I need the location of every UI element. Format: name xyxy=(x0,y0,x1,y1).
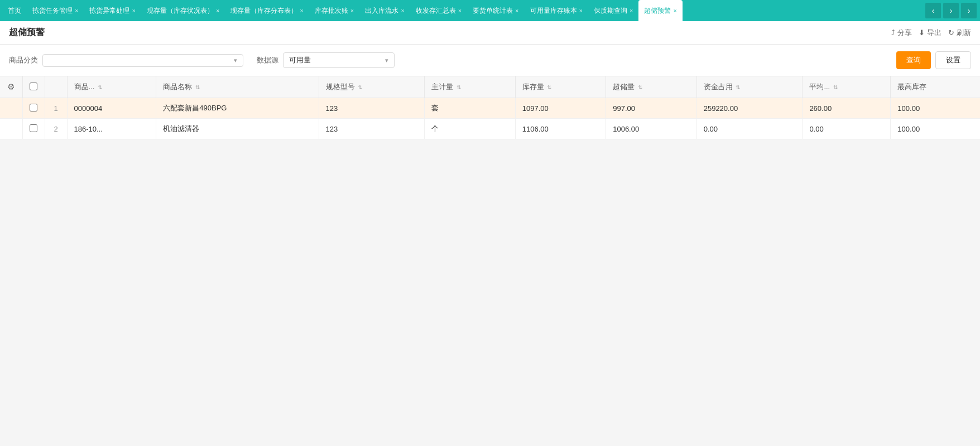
close-icon[interactable]: × xyxy=(132,7,135,14)
nav-menu-button[interactable]: › xyxy=(961,3,977,18)
close-icon[interactable]: × xyxy=(300,7,303,14)
nav-prev-button[interactable]: ‹ xyxy=(925,3,941,18)
th-avg[interactable]: 平均... ⇅ xyxy=(803,76,891,98)
close-icon[interactable]: × xyxy=(216,7,219,14)
row-spec: 123 xyxy=(319,119,425,139)
sort-icon: ⇅ xyxy=(195,84,200,90)
row-max-stock: 100.00 xyxy=(891,119,980,139)
category-label: 商品分类 xyxy=(9,55,38,65)
nav-stock-batch[interactable]: 库存批次账 × xyxy=(309,0,359,21)
row-avg: 260.00 xyxy=(803,98,891,119)
row-max-stock: 100.00 xyxy=(891,98,980,119)
table-row: 2 186-10... 机油滤清器 123 个 1106.00 1006.00 … xyxy=(0,119,980,139)
th-max-stock-label: 最高库存 xyxy=(897,83,926,91)
close-icon[interactable]: × xyxy=(515,7,518,14)
export-icon: ⬇ xyxy=(919,28,925,37)
th-product-name[interactable]: 商品名称 ⇅ xyxy=(156,76,319,98)
table-header-row: ⚙ 商品... ⇅ 商品名称 ⇅ 规格型号 ⇅ xyxy=(0,76,980,98)
th-spec[interactable]: 规格型号 ⇅ xyxy=(319,76,425,98)
nav-quality-check[interactable]: 保质期查询 × xyxy=(588,0,638,21)
page-title: 超储预警 xyxy=(9,27,45,38)
th-settings[interactable]: ⚙ xyxy=(0,76,22,98)
th-capital[interactable]: 资金占用 ⇅ xyxy=(696,76,803,98)
th-product-name-label: 商品名称 xyxy=(163,83,192,91)
row-checkbox-cell[interactable] xyxy=(22,98,45,119)
datasource-value: 可用量 xyxy=(289,55,311,65)
row-product-code: 186-10... xyxy=(67,119,156,139)
th-stock[interactable]: 库存量 ⇅ xyxy=(515,76,606,98)
table-row: 1 0000004 六配套新昌490BPG 123 套 1097.00 997.… xyxy=(0,98,980,119)
th-product-code[interactable]: 商品... ⇅ xyxy=(67,76,156,98)
th-product-code-label: 商品... xyxy=(74,83,95,91)
row-checkbox-cell[interactable] xyxy=(22,119,45,139)
th-capital-label: 资金占用 xyxy=(704,83,733,91)
nav-recv-send[interactable]: 收发存汇总表 × xyxy=(410,0,467,21)
nav-inout-flow[interactable]: 出入库流水 × xyxy=(359,0,410,21)
th-max-stock: 最高库存 xyxy=(891,76,980,98)
query-button[interactable]: 查询 xyxy=(896,51,931,69)
share-icon: ⤴ xyxy=(891,28,895,37)
sort-icon: ⇅ xyxy=(98,84,102,90)
share-button[interactable]: ⤴ 分享 xyxy=(891,28,912,38)
nav-pick-abnormal[interactable]: 拣货异常处理 × xyxy=(84,0,141,21)
row-spec: 123 xyxy=(319,98,425,119)
refresh-button[interactable]: ↻ 刷新 xyxy=(948,28,971,38)
th-stock-label: 库存量 xyxy=(522,83,544,91)
nav-stock-dist[interactable]: 现存量（库存分布表） × xyxy=(225,0,309,21)
sort-icon: ⇅ xyxy=(457,84,461,90)
close-icon[interactable]: × xyxy=(579,7,583,14)
row-unit: 套 xyxy=(425,98,515,119)
nav-stock-status[interactable]: 现存量（库存状况表） × xyxy=(141,0,225,21)
close-icon[interactable]: × xyxy=(401,7,404,14)
chevron-down-icon: ▾ xyxy=(385,57,388,64)
row-unit: 个 xyxy=(425,119,515,139)
overstock-table: ⚙ 商品... ⇅ 商品名称 ⇅ 规格型号 ⇅ xyxy=(0,76,980,139)
th-checkbox[interactable] xyxy=(22,76,45,98)
close-icon[interactable]: × xyxy=(75,7,78,14)
nav-arrow-group: ‹ › › xyxy=(924,3,978,18)
th-unit[interactable]: 主计量 ⇅ xyxy=(425,76,515,98)
close-icon[interactable]: × xyxy=(458,7,462,14)
nav-available-stock[interactable]: 可用量库存账本 × xyxy=(525,0,588,21)
datasource-filter: 数据源 可用量 ▾ xyxy=(257,52,395,68)
row-product-name: 六配套新昌490BPG xyxy=(156,98,319,119)
top-navigation: 首页 拣货任务管理 × 拣货异常处理 × 现存量（库存状况表） × 现存量（库存… xyxy=(0,0,980,21)
close-icon[interactable]: × xyxy=(673,7,676,14)
close-icon[interactable]: × xyxy=(630,7,633,14)
category-select[interactable]: ▾ xyxy=(42,54,243,67)
th-overstock[interactable]: 超储量 ⇅ xyxy=(606,76,696,98)
row-product-name: 机油滤清器 xyxy=(156,119,319,139)
select-all-checkbox[interactable] xyxy=(30,83,37,90)
header-actions: ⤴ 分享 ⬇ 导出 ↻ 刷新 xyxy=(891,28,971,38)
row-number: 2 xyxy=(45,119,67,139)
nav-home[interactable]: 首页 xyxy=(2,0,27,21)
close-icon[interactable]: × xyxy=(350,7,354,14)
th-unit-label: 主计量 xyxy=(431,83,453,91)
filter-actions: 查询 设置 xyxy=(896,51,971,69)
th-overstock-label: 超储量 xyxy=(613,83,635,91)
th-num xyxy=(45,76,67,98)
nav-order-stat[interactable]: 要货单统计表 × xyxy=(467,0,524,21)
datasource-select[interactable]: 可用量 ▾ xyxy=(283,52,395,68)
sort-icon: ⇅ xyxy=(833,84,838,90)
refresh-icon: ↻ xyxy=(948,28,954,37)
row-product-code: 0000004 xyxy=(67,98,156,119)
row-number: 1 xyxy=(45,98,67,119)
nav-overstock-warning[interactable]: 超储预警 × xyxy=(638,0,682,21)
datasource-label: 数据源 xyxy=(257,55,278,65)
th-spec-label: 规格型号 xyxy=(326,83,355,91)
row-settings-cell xyxy=(0,98,22,119)
table-container: ⚙ 商品... ⇅ 商品名称 ⇅ 规格型号 ⇅ xyxy=(0,76,980,139)
export-button[interactable]: ⬇ 导出 xyxy=(919,28,941,38)
sort-icon: ⇅ xyxy=(358,84,362,90)
row-checkbox[interactable] xyxy=(30,104,37,112)
row-checkbox[interactable] xyxy=(30,124,37,132)
sort-icon: ⇅ xyxy=(547,84,551,90)
nav-next-button[interactable]: › xyxy=(943,3,959,18)
settings-button[interactable]: 设置 xyxy=(935,51,971,69)
nav-pick-task[interactable]: 拣货任务管理 × xyxy=(27,0,84,21)
chevron-down-icon: ▾ xyxy=(234,57,237,64)
sort-icon: ⇅ xyxy=(736,84,740,90)
sort-icon: ⇅ xyxy=(638,84,642,90)
gear-icon[interactable]: ⚙ xyxy=(7,82,15,91)
